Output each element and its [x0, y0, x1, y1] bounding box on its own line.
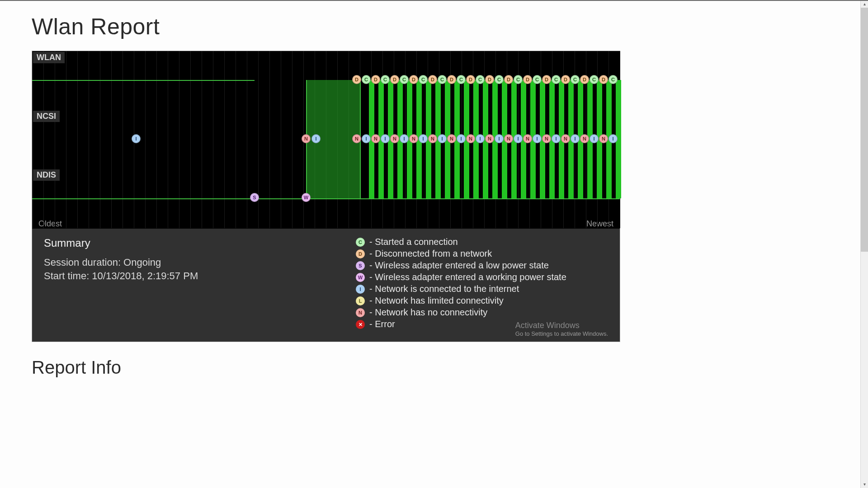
report-info-title: Report Info — [32, 357, 836, 378]
legend-dot-icon: S — [356, 261, 365, 270]
legend-dot-icon: ✕ — [356, 320, 365, 329]
event-dot-i[interactable]: I — [514, 134, 523, 143]
event-dot-d[interactable]: D — [390, 75, 399, 84]
legend-text: - Started a connection — [369, 237, 458, 247]
event-dot-d[interactable]: D — [504, 75, 513, 84]
event-dot-c[interactable]: C — [362, 75, 371, 84]
event-dot-i[interactable]: I — [476, 134, 485, 143]
legend-dot-icon: W — [356, 273, 365, 282]
legend-row: D- Disconnected from a network — [356, 249, 609, 259]
summary-title: Summary — [44, 237, 356, 249]
legend-text: - Network has no connectivity — [369, 307, 487, 318]
legend-row: L- Network has limited connectivity — [356, 296, 609, 306]
legend-text: - Wireless adapter entered a low power s… — [369, 260, 549, 271]
event-dot-n[interactable]: N — [504, 134, 513, 143]
legend-dot-icon: L — [356, 296, 365, 305]
event-dot-d[interactable]: D — [580, 75, 589, 84]
event-dot-c[interactable]: C — [400, 75, 409, 84]
event-dot-n[interactable]: N — [485, 134, 494, 143]
event-dot-d[interactable]: D — [466, 75, 475, 84]
legend-text: - Wireless adapter entered a working pow… — [369, 272, 566, 282]
event-dot-i[interactable]: I — [533, 134, 542, 143]
event-dot-n[interactable]: N — [428, 134, 437, 143]
event-dot-i[interactable]: I — [419, 134, 428, 143]
scroll-up-arrow-icon[interactable]: ▴ — [861, 0, 868, 8]
event-dot-c[interactable]: C — [571, 75, 580, 84]
event-dot-d[interactable]: D — [428, 75, 437, 84]
legend-dot-icon: C — [356, 238, 365, 247]
event-dot-i[interactable]: I — [311, 134, 321, 143]
event-dot-c[interactable]: C — [552, 75, 561, 84]
legend-text: - Disconnected from a network — [369, 249, 492, 259]
event-dot-d[interactable]: D — [523, 75, 532, 84]
event-dot-c[interactable]: C — [438, 75, 447, 84]
event-dot-i[interactable]: I — [400, 134, 409, 143]
event-dot-n[interactable]: N — [302, 134, 311, 143]
event-dot-n[interactable]: N — [447, 134, 456, 143]
event-dot-d[interactable]: D — [542, 75, 551, 84]
legend-text: - Error — [369, 319, 395, 329]
event-dot-d[interactable]: D — [447, 75, 456, 84]
event-dot-i[interactable]: I — [381, 134, 390, 143]
event-dot-i[interactable]: I — [552, 134, 561, 143]
lane-label-ndis: NDIS — [33, 169, 60, 181]
legend-dot-icon: I — [356, 285, 365, 294]
event-dot-i[interactable]: I — [495, 134, 504, 143]
event-dot-i[interactable]: I — [132, 134, 141, 143]
event-dot-c[interactable]: C — [381, 75, 390, 84]
event-dot-d[interactable]: D — [561, 75, 570, 84]
event-dot-i[interactable]: I — [362, 134, 371, 143]
summary-session-duration: Session duration: Ongoing — [44, 257, 356, 268]
wlan-chart[interactable]: WLAN NCSI NDIS Oldest Newest DCDCDCDCDCD… — [32, 51, 620, 342]
event-dot-c[interactable]: C — [476, 75, 485, 84]
event-dot-i[interactable]: I — [590, 134, 599, 143]
event-dot-n[interactable]: N — [561, 134, 570, 143]
event-dot-i[interactable]: I — [438, 134, 447, 143]
event-dot-d[interactable]: D — [599, 75, 608, 84]
legend-row: S- Wireless adapter entered a low power … — [356, 260, 609, 271]
page-title: Wlan Report — [32, 14, 836, 40]
event-dot-n[interactable]: N — [352, 134, 361, 143]
event-dot-c[interactable]: C — [609, 75, 618, 84]
scroll-thumb[interactable] — [861, 8, 868, 252]
event-dot-s[interactable]: S — [250, 193, 259, 202]
event-dot-n[interactable]: N — [390, 134, 399, 143]
legend-dot-icon: N — [356, 308, 365, 317]
vertical-scrollbar[interactable]: ▴ ▾ — [860, 0, 868, 396]
legend-row: I- Network is connected to the internet — [356, 284, 609, 294]
lane-label-wlan: WLAN — [33, 52, 65, 63]
event-dot-n[interactable]: N — [580, 134, 589, 143]
event-dot-c[interactable]: C — [457, 75, 466, 84]
event-dot-d[interactable]: D — [352, 75, 361, 84]
event-dot-c[interactable]: C — [495, 75, 504, 84]
summary-start-time: Start time: 10/13/2018, 2:19:57 PM — [44, 270, 356, 282]
event-dot-n[interactable]: N — [599, 134, 608, 143]
event-dot-n[interactable]: N — [409, 134, 418, 143]
event-dot-n[interactable]: N — [523, 134, 532, 143]
event-dot-n[interactable]: N — [542, 134, 551, 143]
event-dot-c[interactable]: C — [533, 75, 542, 84]
summary-panel: Summary Session duration: Ongoing Start … — [32, 229, 620, 342]
event-dot-d[interactable]: D — [371, 75, 380, 84]
legend-text: - Network has limited connectivity — [369, 296, 504, 306]
event-dot-w[interactable]: W — [302, 193, 311, 202]
event-dot-c[interactable]: C — [419, 75, 428, 84]
event-dot-d[interactable]: D — [485, 75, 494, 84]
axis-newest: Newest — [586, 219, 613, 229]
lane-label-ncsi: NCSI — [33, 111, 60, 122]
legend-text: - Network is connected to the internet — [369, 284, 519, 294]
legend-row: N- Network has no connectivity — [356, 307, 609, 318]
event-dot-i[interactable]: I — [571, 134, 580, 143]
event-dot-n[interactable]: N — [466, 134, 475, 143]
event-dot-c[interactable]: C — [590, 75, 599, 84]
event-dot-n[interactable]: N — [371, 134, 380, 143]
event-dot-c[interactable]: C — [514, 75, 523, 84]
legend-row: W- Wireless adapter entered a working po… — [356, 272, 609, 282]
activate-windows-watermark: Activate Windows Go to Settings to activ… — [515, 321, 608, 337]
event-dot-i[interactable]: I — [609, 134, 618, 143]
legend-dot-icon: D — [356, 249, 365, 258]
event-dot-i[interactable]: I — [457, 134, 466, 143]
legend-row: C- Started a connection — [356, 237, 609, 247]
axis-oldest: Oldest — [38, 219, 62, 229]
event-dot-d[interactable]: D — [409, 75, 418, 84]
